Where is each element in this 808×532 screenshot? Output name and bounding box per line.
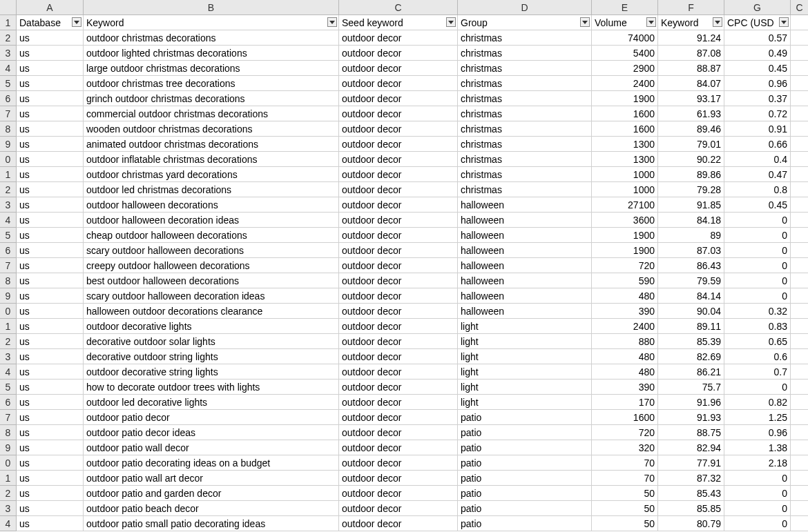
cell-keyword[interactable]: outdoor christmas yard decorations: [84, 167, 339, 182]
cell-database[interactable]: us: [17, 273, 84, 288]
column-header-B[interactable]: B: [84, 0, 339, 15]
cell-seed[interactable]: outdoor decor: [339, 364, 458, 380]
cell-seed[interactable]: outdoor decor: [339, 197, 458, 213]
cell-keyword[interactable]: outdoor patio decor ideas: [84, 425, 339, 440]
cell-seed[interactable]: outdoor decor: [339, 106, 458, 121]
cell-cpc[interactable]: 0.66: [724, 137, 791, 152]
row-header[interactable]: 8: [0, 121, 17, 137]
cell-database[interactable]: us: [17, 137, 84, 152]
cell-kd[interactable]: 90.04: [658, 304, 724, 319]
cell-database[interactable]: us: [17, 395, 84, 410]
cell-keyword[interactable]: halloween outdoor decorations clearance: [84, 304, 339, 319]
cell-volume[interactable]: 1000: [592, 167, 658, 182]
header-cell-E[interactable]: Volume: [592, 15, 658, 30]
row-header[interactable]: 7: [0, 258, 17, 273]
cell-volume[interactable]: 720: [592, 425, 658, 440]
cell-seed[interactable]: outdoor decor: [339, 243, 458, 258]
cell-cpc[interactable]: 0: [724, 288, 791, 304]
row-header[interactable]: 4: [0, 364, 17, 380]
cell-kd[interactable]: 79.28: [658, 182, 724, 197]
filter-dropdown-icon[interactable]: [446, 17, 456, 27]
cell-database[interactable]: us: [17, 167, 84, 182]
cell-kd[interactable]: 89.46: [658, 121, 724, 137]
cell-seed[interactable]: outdoor decor: [339, 516, 458, 531]
row-header[interactable]: 2: [0, 486, 17, 501]
cell-cpc[interactable]: 0.6: [724, 349, 791, 364]
cell-seed[interactable]: outdoor decor: [339, 319, 458, 334]
cell-partial[interactable]: [791, 516, 808, 531]
cell-partial[interactable]: [791, 364, 808, 380]
cell-cpc[interactable]: 0.91: [724, 121, 791, 137]
header-cell-F[interactable]: Keyword: [658, 15, 724, 30]
cell-database[interactable]: us: [17, 46, 84, 61]
cell-group[interactable]: christmas: [458, 152, 592, 167]
cell-group[interactable]: halloween: [458, 213, 592, 228]
cell-volume[interactable]: 50: [592, 516, 658, 531]
cell-partial[interactable]: [791, 440, 808, 455]
cell-database[interactable]: us: [17, 364, 84, 380]
cell-kd[interactable]: 80.79: [658, 516, 724, 531]
cell-kd[interactable]: 91.96: [658, 395, 724, 410]
row-header[interactable]: 3: [0, 46, 17, 61]
cell-volume[interactable]: 320: [592, 440, 658, 455]
cell-database[interactable]: us: [17, 152, 84, 167]
cell-cpc[interactable]: 0.96: [724, 425, 791, 440]
cell-volume[interactable]: 480: [592, 364, 658, 380]
cell-seed[interactable]: outdoor decor: [339, 288, 458, 304]
cell-kd[interactable]: 79.59: [658, 273, 724, 288]
column-header-A[interactable]: A: [17, 0, 84, 15]
cell-partial[interactable]: [791, 501, 808, 516]
filter-dropdown-icon[interactable]: [580, 17, 590, 27]
row-header[interactable]: 0: [0, 152, 17, 167]
cell-database[interactable]: us: [17, 228, 84, 243]
cell-kd[interactable]: 88.75: [658, 425, 724, 440]
cell-cpc[interactable]: 0.47: [724, 167, 791, 182]
cell-volume[interactable]: 1000: [592, 182, 658, 197]
cell-group[interactable]: christmas: [458, 91, 592, 106]
cell-partial[interactable]: [791, 471, 808, 486]
cell-seed[interactable]: outdoor decor: [339, 304, 458, 319]
cell-volume[interactable]: 170: [592, 395, 658, 410]
cell-cpc[interactable]: 0.65: [724, 334, 791, 349]
cell-seed[interactable]: outdoor decor: [339, 76, 458, 91]
cell-group[interactable]: halloween: [458, 304, 592, 319]
header-cell-D[interactable]: Group: [458, 15, 592, 30]
row-header[interactable]: 2: [0, 30, 17, 46]
cell-kd[interactable]: 87.32: [658, 471, 724, 486]
cell-group[interactable]: patio: [458, 471, 592, 486]
cell-partial[interactable]: [791, 288, 808, 304]
cell-group[interactable]: patio: [458, 440, 592, 455]
row-header[interactable]: 8: [0, 425, 17, 440]
cell-database[interactable]: us: [17, 243, 84, 258]
cell-database[interactable]: us: [17, 425, 84, 440]
column-header-C[interactable]: C: [339, 0, 458, 15]
cell-seed[interactable]: outdoor decor: [339, 410, 458, 425]
cell-database[interactable]: us: [17, 197, 84, 213]
cell-keyword[interactable]: cheap outdoor halloween decorations: [84, 228, 339, 243]
cell-kd[interactable]: 87.03: [658, 243, 724, 258]
cell-cpc[interactable]: 0.96: [724, 76, 791, 91]
cell-seed[interactable]: outdoor decor: [339, 273, 458, 288]
cell-volume[interactable]: 2900: [592, 61, 658, 76]
row-header[interactable]: 5: [0, 76, 17, 91]
cell-volume[interactable]: 1300: [592, 137, 658, 152]
cell-partial[interactable]: [791, 152, 808, 167]
cell-kd[interactable]: 84.18: [658, 213, 724, 228]
cell-cpc[interactable]: 0.4: [724, 152, 791, 167]
cell-group[interactable]: patio: [458, 455, 592, 471]
cell-kd[interactable]: 90.22: [658, 152, 724, 167]
cell-cpc[interactable]: 0.8: [724, 182, 791, 197]
cell-partial[interactable]: [791, 121, 808, 137]
cell-seed[interactable]: outdoor decor: [339, 46, 458, 61]
cell-database[interactable]: us: [17, 349, 84, 364]
cell-volume[interactable]: 1900: [592, 243, 658, 258]
column-header-E[interactable]: E: [592, 0, 658, 15]
row-header[interactable]: 3: [0, 349, 17, 364]
cell-seed[interactable]: outdoor decor: [339, 258, 458, 273]
cell-volume[interactable]: 50: [592, 501, 658, 516]
cell-volume[interactable]: 70: [592, 471, 658, 486]
cell-group[interactable]: christmas: [458, 106, 592, 121]
cell-group[interactable]: patio: [458, 486, 592, 501]
cell-seed[interactable]: outdoor decor: [339, 486, 458, 501]
cell-group[interactable]: light: [458, 380, 592, 395]
